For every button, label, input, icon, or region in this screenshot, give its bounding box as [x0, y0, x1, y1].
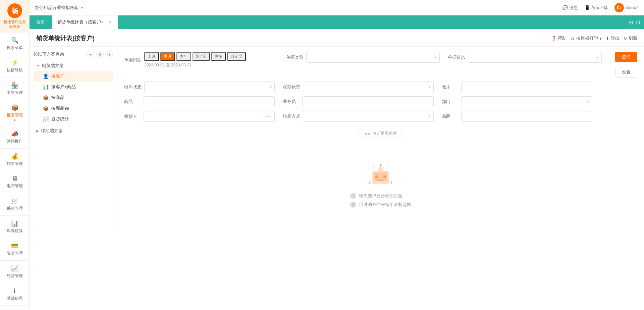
- sidebar-item-system[interactable]: ⚙ 系统管理: [0, 306, 29, 310]
- left-panel-header: 按以下方案查询 + ⟳ ≪: [30, 51, 117, 61]
- message-icon: 💬: [562, 5, 568, 10]
- sidebar-item-finance[interactable]: 💳 资金管理: [0, 238, 29, 261]
- purchase-icon: 🛒: [11, 197, 18, 205]
- department-input[interactable]: ▾: [461, 96, 592, 107]
- date-tab-more[interactable]: 更多: [211, 52, 226, 61]
- doc-type-input[interactable]: ▾: [306, 52, 440, 63]
- add-scheme-button[interactable]: +: [87, 51, 94, 58]
- refresh-button[interactable]: ↻ 刷新: [624, 35, 637, 41]
- tree-item-return-stats[interactable]: 📈 退货统计: [34, 114, 113, 124]
- setting-button[interactable]: 设置: [615, 67, 637, 78]
- date-tab-custom[interactable]: 自定义: [227, 52, 246, 61]
- empty-state: 1 请先选择要分析的方案 2 用过滤条件来缩小分析范围: [124, 141, 637, 228]
- collapse-button[interactable]: ∧∧ 收起更多条件: [359, 129, 402, 138]
- empty-tips: 1 请先选择要分析的方案 2 用过滤条件来缩小分析范围: [350, 193, 411, 208]
- tab-sales-stats[interactable]: 销货单统计表（按客户） ✕: [52, 15, 118, 29]
- tree-section: ▼ 电脑端方案 👤 按客户 📊 按客户+商品: [30, 61, 117, 136]
- date-range-display: 2023-03-01 至 2023-03-31: [144, 62, 278, 68]
- receiver-input[interactable]: ···: [144, 111, 275, 122]
- svg-rect-7: [377, 179, 384, 181]
- doc-status-input[interactable]: ▾: [468, 52, 602, 63]
- brand-input[interactable]: ···: [461, 111, 592, 122]
- logo-text: 畅捷通好生意 标准版: [4, 19, 26, 29]
- by-customer-icon: 👤: [43, 73, 49, 79]
- message-button[interactable]: 💬 消息: [562, 5, 578, 11]
- basic-info-icon: ℹ: [13, 287, 16, 295]
- doc-status-dropdown-icon: ▾: [597, 55, 599, 60]
- sidebar-item-marketing[interactable]: 📣 营销推广: [0, 126, 29, 149]
- sidebar-item-wholesale[interactable]: 📦 批发管理 ▲: [0, 100, 29, 126]
- tree-group-desktop: ▼ 电脑端方案 👤 按客户 📊 按客户+商品: [34, 61, 113, 124]
- collapse-up-icon: ∧∧: [365, 131, 371, 136]
- date-tab-last-month[interactable]: 上月: [144, 52, 159, 61]
- platform-dropdown-icon[interactable]: ▾: [81, 5, 83, 10]
- content-area: 销货单统计表(按客户) ❓ 帮助 🖨 按模板打印 ▾ ⬇ 导出: [30, 29, 644, 310]
- empty-illustration: [364, 161, 397, 188]
- tab-minimize-icon[interactable]: ⊟: [629, 19, 633, 25]
- brand-label: 品牌: [442, 113, 459, 119]
- tree-item-by-customer[interactable]: 👤 按客户: [34, 71, 113, 82]
- export-icon: ⬇: [606, 36, 609, 41]
- sidebar-item-ecommerce[interactable]: 🖥 电商管理: [0, 171, 29, 193]
- query-button[interactable]: 查询: [615, 52, 637, 62]
- salesperson-pick-icon: ···: [425, 99, 431, 104]
- out-status-input[interactable]: ▾: [144, 82, 275, 92]
- doc-status-label: 单据状态: [448, 54, 465, 60]
- date-tab-7days[interactable]: 近7天: [193, 52, 210, 61]
- ecommerce-icon: 🖥: [12, 175, 18, 182]
- tree-group-mobile-header[interactable]: ▶ 移动端方案: [34, 126, 113, 136]
- svg-point-2: [375, 175, 378, 178]
- warehouse-input[interactable]: ···: [461, 82, 592, 92]
- user-avatar: Ea: [614, 3, 624, 12]
- by-product-icon: 📦: [43, 95, 49, 100]
- goods-pick-icon: ···: [266, 99, 272, 104]
- marketing-icon: 📣: [11, 130, 18, 138]
- date-field-label: 单据日期: [124, 57, 142, 63]
- tree-item-by-product[interactable]: 📦 按商品: [34, 92, 113, 103]
- tree-item-by-product-99[interactable]: 📦 按商品99: [34, 103, 113, 114]
- empty-tip-2: 2 用过滤条件来缩小分析范围: [350, 202, 411, 208]
- help-icon: ❓: [551, 36, 556, 41]
- app-download-button[interactable]: 📱 App下载: [585, 5, 608, 11]
- export-button[interactable]: ⬇ 导出: [606, 35, 620, 41]
- print-button[interactable]: 🖨 按模板打印 ▾: [571, 35, 602, 41]
- sidebar-item-quick-nav[interactable]: ⚡ 快捷导航: [0, 55, 29, 78]
- payment-status-dropdown-icon: ▾: [429, 85, 431, 89]
- user-profile[interactable]: Ea demo2: [614, 3, 639, 12]
- tree-group-mobile: ▶ 移动端方案: [34, 126, 113, 136]
- sidebar: 畅 畅捷通好生意 标准版 🔍 搜索菜单 ⚡ 快捷导航 🏪 零售管理 📦 批发管理…: [0, 0, 30, 310]
- tab-close-icon[interactable]: ✕: [109, 20, 112, 24]
- operation-icon: 📈: [11, 265, 18, 272]
- sidebar-item-retail[interactable]: 🏪 零售管理: [0, 78, 29, 100]
- refresh-scheme-button[interactable]: ⟳: [96, 51, 104, 58]
- sidebar-item-sales[interactable]: 💰 销售管理: [0, 149, 29, 171]
- tip-num-1: 1: [350, 193, 356, 199]
- date-tab-this-month[interactable]: 本月: [160, 52, 175, 61]
- tree-expand-icon: ▼: [36, 64, 40, 68]
- tab-home[interactable]: 首页: [30, 15, 52, 29]
- help-button[interactable]: ❓ 帮助: [551, 35, 567, 41]
- sidebar-item-basic-info[interactable]: ℹ 基础信息: [0, 283, 29, 306]
- collapse-bar: ∧∧ 收起更多条件: [124, 126, 637, 141]
- tree-collapse-icon: ▶: [36, 129, 39, 133]
- tree-item-by-customer-product[interactable]: 📊 按客户+商品: [34, 82, 113, 92]
- finance-icon: 💳: [11, 242, 18, 250]
- tab-maximize-icon[interactable]: ⊡: [636, 19, 640, 25]
- content-inner: 销货单统计表(按客户) ❓ 帮助 🖨 按模板打印 ▾ ⬇ 导出: [30, 29, 644, 310]
- date-tab-this-year[interactable]: 本年: [176, 52, 191, 61]
- platform-label: 办公用品行业模拟账套: [35, 5, 78, 11]
- goods-input[interactable]: ···: [144, 96, 275, 107]
- payment-status-input[interactable]: ▾: [303, 82, 433, 92]
- tip-num-2: 2: [350, 202, 356, 208]
- sidebar-item-purchase[interactable]: 🛒 采购管理: [0, 193, 29, 216]
- sidebar-item-inventory[interactable]: 📊 库存核算: [0, 216, 29, 238]
- settlement-input[interactable]: ▾: [303, 111, 433, 122]
- by-product-99-icon: 📦: [43, 106, 49, 111]
- salesperson-input[interactable]: ···: [302, 96, 433, 107]
- collapse-left-button[interactable]: ≪: [106, 51, 113, 58]
- page-title: 销货单统计表(按客户): [36, 34, 95, 42]
- sidebar-item-operation[interactable]: 📈 经营管理: [0, 261, 29, 283]
- tree-group-desktop-header[interactable]: ▼ 电脑端方案: [34, 61, 113, 71]
- wholesale-icon: 📦: [11, 104, 18, 111]
- sidebar-item-search[interactable]: 🔍 搜索菜单: [0, 33, 29, 55]
